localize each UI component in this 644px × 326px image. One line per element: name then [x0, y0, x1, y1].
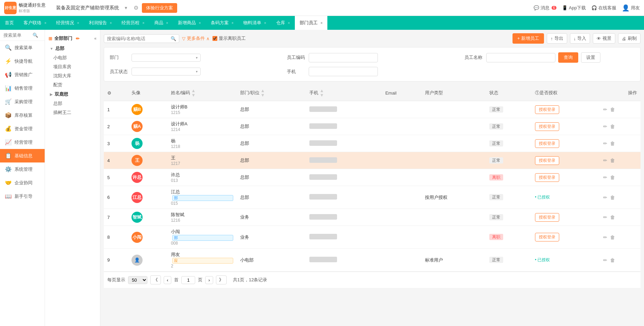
th-settings[interactable]: ⚙: [104, 85, 128, 101]
auth-btn[interactable]: 授权登录: [535, 122, 559, 131]
row-auth[interactable]: 授权登录: [532, 226, 600, 249]
emp-name-input[interactable]: [486, 53, 555, 62]
search-input[interactable]: [107, 36, 169, 41]
sidebar-item-企业协同[interactable]: 🤝企业协同: [0, 176, 45, 190]
close-tab-icon[interactable]: ×: [77, 21, 79, 25]
edit-icon[interactable]: ✏: [603, 107, 607, 112]
sidebar-item-经营管理[interactable]: 📈经营管理: [0, 135, 45, 149]
emp-code-input[interactable]: [309, 53, 378, 62]
th-name[interactable]: 姓名/编码 ▲▼: [167, 85, 237, 101]
close-tab-icon[interactable]: ×: [320, 21, 323, 25]
try-btn[interactable]: 体验行业方案: [142, 3, 177, 13]
emp-status-select[interactable]: ▾: [131, 68, 201, 76]
auth-btn[interactable]: 授权登录: [535, 233, 559, 241]
nav-tab-利润报告[interactable]: 利润报告×: [84, 16, 117, 30]
close-tab-icon[interactable]: ×: [288, 21, 290, 25]
row-auth[interactable]: 授权登录: [532, 152, 600, 169]
auth-btn[interactable]: 授权登录: [535, 173, 559, 182]
delete-icon[interactable]: 🗑: [610, 141, 615, 146]
th-phone[interactable]: 手机 ▲▼: [306, 85, 382, 101]
edit-icon[interactable]: ✏: [603, 141, 607, 146]
tree-node-双鹿想[interactable]: ▶双鹿想: [45, 89, 100, 99]
edit-icon[interactable]: ✏: [603, 158, 607, 163]
close-tab-icon[interactable]: ×: [264, 21, 266, 25]
close-tab-icon[interactable]: ×: [142, 21, 144, 25]
collapse-btn[interactable]: «: [94, 36, 97, 41]
edit-icon[interactable]: ✏: [76, 36, 80, 41]
nav-tab-客户联络[interactable]: 客户联络×: [19, 16, 51, 30]
phone-input[interactable]: [309, 67, 378, 76]
delete-icon[interactable]: 🗑: [610, 175, 615, 180]
query-btn[interactable]: 查询: [558, 52, 578, 63]
tree-node-总部[interactable]: ▼总部: [45, 44, 100, 53]
delete-icon[interactable]: 🗑: [610, 257, 615, 263]
delete-icon[interactable]: 🗑: [610, 235, 615, 240]
sidebar-item-新手引导[interactable]: 📖新手引导: [0, 190, 45, 203]
nav-tab-首页[interactable]: 首页: [0, 16, 19, 30]
nav-tab-部门员工[interactable]: 部门员工×: [295, 16, 327, 30]
sidebar-search-input[interactable]: [3, 33, 31, 38]
dept-select[interactable]: ▾: [131, 54, 201, 62]
row-auth[interactable]: 授权登录: [532, 135, 600, 152]
sidebar-item-搜索菜单[interactable]: 🔍搜索菜单: [0, 41, 45, 54]
sidebar-item-快捷导航[interactable]: ⚡快捷导航: [0, 54, 45, 68]
th-dept[interactable]: 部门/职位 ▲▼: [237, 85, 306, 101]
delete-icon[interactable]: 🗑: [610, 195, 615, 200]
export-btn[interactable]: ↑ 导出: [547, 33, 567, 44]
per-page-select[interactable]: 50 100: [128, 276, 147, 284]
row-auth[interactable]: 授权登录: [532, 209, 600, 226]
tree-child-项目库房[interactable]: 项目库房: [45, 62, 100, 71]
user-avatar-btn[interactable]: 👤 用友: [622, 4, 640, 12]
sidebar-item-资金管理[interactable]: 💰资金管理: [0, 122, 45, 135]
delete-icon[interactable]: 🗑: [610, 107, 615, 112]
view-btn[interactable]: 👁 视景: [593, 33, 615, 44]
tree-child-总部[interactable]: 总部: [45, 99, 100, 108]
auth-btn[interactable]: 授权登录: [535, 213, 559, 222]
sidebar-item-系统管理[interactable]: ⚙️系统管理: [0, 162, 45, 176]
nav-tab-经营情况[interactable]: 经营情况×: [51, 16, 84, 30]
nav-tab-商品[interactable]: 商品×: [149, 16, 173, 30]
delete-icon[interactable]: 🗑: [610, 214, 615, 220]
delete-icon[interactable]: 🗑: [610, 124, 615, 129]
row-auth[interactable]: 授权登录: [532, 169, 600, 186]
edit-icon[interactable]: ✏: [603, 195, 607, 200]
edit-icon[interactable]: ✏: [603, 214, 607, 220]
edit-icon[interactable]: ✏: [603, 124, 607, 129]
prev-page-btn[interactable]: ‹: [164, 276, 171, 284]
gear-icon[interactable]: ⚙: [134, 5, 138, 11]
row-auth[interactable]: 授权登录: [532, 118, 600, 135]
close-tab-icon[interactable]: ×: [232, 21, 234, 25]
sidebar-item-基础信息[interactable]: 📋基础信息: [0, 149, 45, 162]
msg-btn[interactable]: 💬 消息 6: [534, 5, 556, 11]
sidebar-item-营销推广[interactable]: 📢营销推广: [0, 68, 45, 81]
import-btn[interactable]: ↓ 导入: [570, 33, 590, 44]
close-tab-icon[interactable]: ×: [166, 21, 168, 25]
tree-child-配货[interactable]: 配货: [45, 80, 100, 89]
app-download-btn[interactable]: 📱 App下载: [562, 5, 586, 11]
add-employee-btn[interactable]: + 新增员工: [513, 33, 544, 44]
edit-icon[interactable]: ✏: [603, 235, 607, 240]
row-auth[interactable]: 授权登录: [532, 101, 600, 118]
nav-tab-条码方案[interactable]: 条码方案×: [206, 16, 238, 30]
show-departed-checkbox[interactable]: [212, 36, 217, 41]
close-tab-icon[interactable]: ×: [199, 21, 201, 25]
nav-tab-物料清单[interactable]: 物料清单×: [238, 16, 271, 30]
more-filters-btn[interactable]: ▽ 更多条件 ∧: [182, 35, 210, 42]
delete-icon[interactable]: 🗑: [610, 158, 615, 163]
sidebar-item-采购管理[interactable]: 🛒采购管理: [0, 95, 45, 108]
close-tab-icon[interactable]: ×: [44, 21, 46, 25]
show-departed-toggle[interactable]: 显示离职员工: [212, 35, 246, 42]
auth-btn[interactable]: 授权登录: [535, 156, 559, 165]
close-tab-icon[interactable]: ×: [110, 21, 112, 25]
sidebar-item-库存核算[interactable]: 📦库存核算: [0, 108, 45, 122]
page-input[interactable]: [181, 276, 195, 284]
nav-tab-新增商品[interactable]: 新增商品×: [173, 16, 206, 30]
next-page-btn[interactable]: ›: [205, 276, 213, 284]
nav-tab-仓库[interactable]: 仓库×: [271, 16, 295, 30]
edit-icon[interactable]: ✏: [603, 175, 607, 180]
last-page-btn[interactable]: 》: [216, 275, 227, 284]
online-service-btn[interactable]: 🎧 在线客服: [591, 5, 616, 11]
nav-tab-经营历程[interactable]: 经营历程×: [117, 16, 149, 30]
auth-btn[interactable]: 授权登录: [535, 139, 559, 148]
print-btn[interactable]: 🖨 刷制: [618, 33, 641, 44]
